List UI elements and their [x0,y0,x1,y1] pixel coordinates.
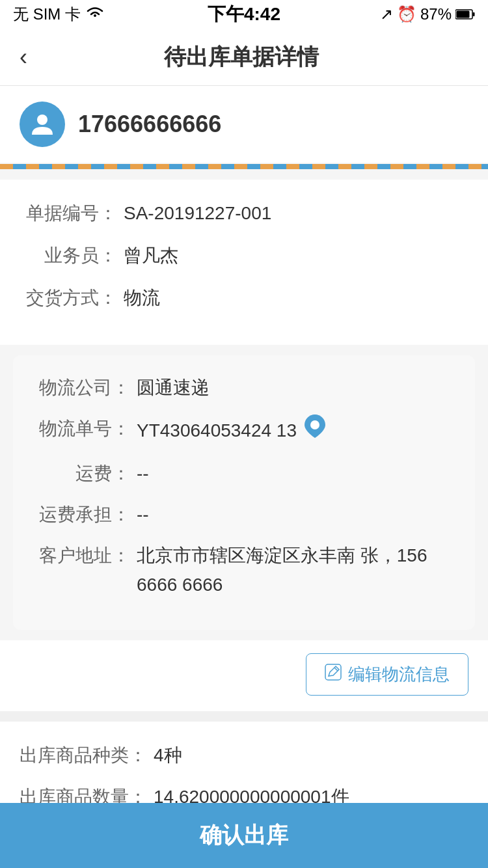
status-left: 无 SIM 卡 [13,4,104,25]
nav-bar: ‹ 待出库单据详情 [0,29,488,86]
goods-types-row: 出库商品种类： 4种 [20,741,468,770]
goods-types-value: 4种 [154,741,468,770]
carrier-label: 无 SIM 卡 [13,4,81,25]
status-bar: 无 SIM 卡 下午4:42 ↗ ⏰ 87% [0,0,488,29]
user-header: 17666666666 [0,86,488,163]
avatar [20,102,65,147]
alarm-icon: ⏰ [397,5,416,23]
svg-rect-1 [473,12,475,16]
svg-point-4 [310,420,319,429]
person-icon [29,111,55,137]
delivery-label: 交货方式： [20,284,117,313]
svg-point-3 [37,115,47,125]
order-number-label: 单据编号： [20,199,117,228]
svg-rect-2 [457,11,470,18]
battery-percent: 87% [420,5,452,23]
freight-bear-row: 运费承担： -- [33,500,455,530]
order-number-row: 单据编号： SA-20191227-001 [20,199,468,228]
freight-label: 运费： [33,459,130,489]
svg-rect-5 [325,664,341,680]
logistics-card: 物流公司： 圆通速递 物流单号： YT43064053424 13 运费： --… [13,355,475,629]
edit-logistics-section: 编辑物流信息 [0,640,488,711]
salesman-row: 业务员： 曾凡杰 [20,241,468,271]
freight-bear-value: -- [137,500,455,530]
logistics-tracking-label: 物流单号： [33,414,130,444]
back-button[interactable]: ‹ [20,44,27,71]
freight-value: -- [137,459,455,489]
wifi-icon [86,5,104,23]
freight-bear-label: 运费承担： [33,500,130,530]
bottom-bar: 确认出库 [0,803,488,868]
status-right: ↗ ⏰ 87% [380,5,475,23]
edit-icon [325,664,342,685]
location-status-icon: ↗ [380,5,393,23]
logistics-company-row: 物流公司： 圆通速递 [33,373,455,403]
dashed-divider [0,164,488,169]
section-separator [0,711,488,722]
confirm-outbound-button[interactable]: 确认出库 [0,803,488,868]
goods-types-label: 出库商品种类： [20,741,147,770]
address-label: 客户地址： [33,541,130,571]
edit-logistics-button[interactable]: 编辑物流信息 [306,653,468,696]
delivery-row: 交货方式： 物流 [20,284,468,313]
tracking-location-icon[interactable] [305,414,325,448]
delivery-value: 物流 [124,284,468,313]
logistics-tracking-value: YT43064053424 13 [137,414,455,448]
address-value: 北京市市辖区海淀区永丰南 张，156 6666 6666 [137,541,455,600]
user-phone: 17666666666 [78,111,221,138]
logistics-tracking-row: 物流单号： YT43064053424 13 [33,414,455,448]
status-time: 下午4:42 [208,2,280,27]
page-title: 待出库单据详情 [40,42,442,72]
salesman-label: 业务员： [20,241,117,271]
address-row: 客户地址： 北京市市辖区海淀区永丰南 张，156 6666 6666 [33,541,455,600]
order-info-section: 单据编号： SA-20191227-001 业务员： 曾凡杰 交货方式： 物流 [0,180,488,345]
logistics-company-value: 圆通速递 [137,373,455,403]
order-number-value: SA-20191227-001 [124,199,468,228]
logistics-company-label: 物流公司： [33,373,130,403]
edit-logistics-label: 编辑物流信息 [348,663,450,686]
freight-row: 运费： -- [33,459,455,489]
battery-icon [455,5,475,23]
salesman-value: 曾凡杰 [124,241,468,271]
